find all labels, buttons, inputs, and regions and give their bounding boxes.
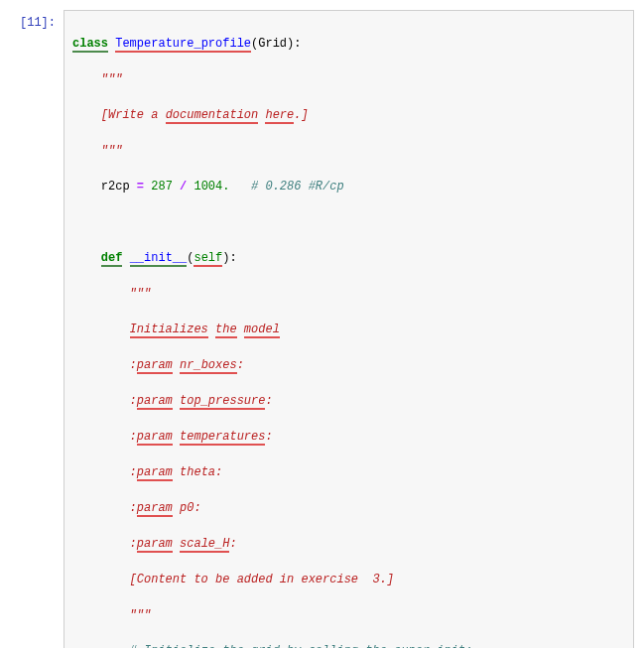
- docstring-text: :param temperatures:: [130, 430, 273, 444]
- docstring-text: :param theta:: [130, 465, 223, 479]
- self-arg: self: [193, 252, 222, 267]
- docstring-text: :param nr_boxes:: [130, 358, 244, 372]
- docstring-text: model: [244, 324, 280, 338]
- docstring-text: [Content to be added in exercise 3.]: [130, 573, 394, 586]
- punct: ):: [222, 251, 236, 265]
- docstring-text: the: [215, 324, 237, 338]
- comment: # Initialize the grid by calling the sup…: [130, 644, 473, 648]
- class-name: Temperature_profile: [115, 38, 251, 53]
- literal: 287: [144, 180, 180, 194]
- keyword-class: class: [72, 38, 108, 53]
- var-name: r2cp: [101, 180, 137, 194]
- punct: (: [187, 251, 193, 265]
- method-name-init: __init__: [130, 252, 188, 267]
- notebook-cell: [11]: class Temperature_profile(Grid): "…: [10, 10, 634, 648]
- docstring-quote: """: [101, 144, 123, 158]
- docstring-text: :param p0:: [130, 501, 201, 515]
- docstring-text: :param scale_H:: [130, 537, 237, 551]
- docstring-quote: """: [130, 287, 152, 301]
- docstring-quote: """: [101, 72, 123, 86]
- punct: (Grid):: [251, 37, 301, 51]
- input-prompt: [11]:: [10, 10, 64, 36]
- literal: 1004.: [187, 180, 251, 194]
- comment: # 0.286 #R/cp: [251, 180, 344, 194]
- op: =: [137, 180, 144, 194]
- docstring-text: Initializes: [130, 324, 208, 338]
- docstring-text: :param top_pressure:: [130, 394, 273, 408]
- keyword-def: def: [101, 252, 123, 267]
- code-input[interactable]: class Temperature_profile(Grid): """ [Wr…: [64, 10, 634, 648]
- docstring-quote: """: [130, 608, 152, 622]
- docstring-text: [Write a documentation here.]: [101, 108, 309, 122]
